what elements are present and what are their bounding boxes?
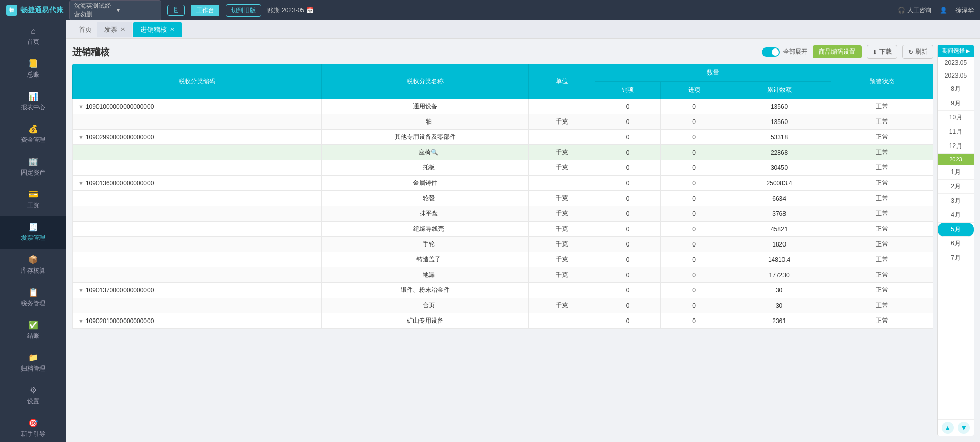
period-item[interactable]: 3月 — [938, 194, 974, 208]
sidebar-item-invoice[interactable]: 🧾 发票管理 — [0, 216, 66, 249]
tab-reconcile-close[interactable]: ✕ — [170, 26, 175, 33]
row-sales: 0 — [595, 160, 661, 176]
period-item[interactable]: 1月 — [938, 165, 974, 180]
period-panel-arrow: ▶ — [966, 47, 970, 54]
download-btn[interactable]: ⬇ 下载 — [867, 45, 897, 59]
download-label: 下载 — [879, 47, 892, 56]
page-title: 进销稽核 — [72, 46, 109, 58]
row-purchase: 0 — [661, 206, 727, 222]
sidebar-item-settle[interactable]: ✅ 结账 — [0, 314, 66, 347]
product-code-setting-btn[interactable]: 商品编码设置 — [813, 45, 862, 58]
period-item[interactable]: 5月 — [938, 223, 974, 237]
sidebar-item-guide[interactable]: 🎯 新手引导 — [0, 412, 66, 442]
period-down-btn[interactable]: ▼ — [958, 422, 970, 434]
row-sales: 0 — [595, 114, 661, 130]
sidebar-item-archive[interactable]: 📁 归档管理 — [0, 347, 66, 379]
tab-invoice-close[interactable]: ✕ — [120, 26, 125, 33]
row-unit: 千克 — [529, 145, 595, 160]
sidebar-item-assets[interactable]: 🏢 固定资产 — [0, 151, 66, 183]
expand-toggle-wrap: 全部展开 — [762, 47, 807, 57]
sidebar-label-settle: 结账 — [27, 332, 39, 340]
th-total: 累计数额 — [727, 82, 831, 99]
period-item[interactable]: 2月 — [938, 180, 974, 194]
workspace-btn[interactable]: 工作台 — [191, 5, 219, 16]
tax-icon: 📋 — [28, 287, 38, 297]
sidebar-item-salary[interactable]: 💳 工资 — [0, 183, 66, 216]
period-item[interactable]: 4月 — [938, 208, 974, 223]
calendar-icon[interactable]: 📅 — [306, 7, 314, 14]
period-item[interactable]: 2023.05 — [938, 57, 974, 69]
switch-version-btn[interactable]: 切到旧版 — [226, 4, 261, 17]
user-name: 徐泽华 — [955, 6, 974, 15]
period-item[interactable]: 9月 — [938, 96, 974, 111]
archive-nav-icon: 📁 — [28, 353, 38, 362]
table-row — [73, 267, 322, 283]
content-area: 首页 发票 ✕ 进销稽核 ✕ 进销稽核 全部展开 — [66, 20, 980, 442]
period-item[interactable]: 2023.05 — [938, 69, 974, 82]
company-name: 沈海英测试经营勿删 — [74, 2, 114, 19]
company-selector[interactable]: 沈海英测试经营勿删 ▾ — [69, 0, 161, 20]
period-panel-header[interactable]: 期间选择 ▶ — [938, 45, 974, 57]
sidebar-item-report[interactable]: 📊 报表中心 — [0, 85, 66, 118]
refresh-icon: ↻ — [908, 48, 913, 56]
expand-toggle[interactable] — [762, 47, 780, 57]
row-total: 53318 — [727, 130, 831, 145]
row-sales: 0 — [595, 191, 661, 206]
row-total: 177230 — [727, 267, 831, 283]
row-purchase: 0 — [661, 145, 727, 160]
tab-reconcile[interactable]: 进销稽核 ✕ — [133, 22, 182, 37]
sidebar-item-capital[interactable]: 💰 资金管理 — [0, 118, 66, 151]
period-item[interactable]: 2023 — [938, 154, 974, 165]
th-unit: 单位 — [529, 64, 595, 99]
table-row — [73, 252, 322, 267]
row-sales: 0 — [595, 252, 661, 267]
period-item[interactable]: 7月 — [938, 251, 974, 265]
refresh-btn[interactable]: ↻ 刷新 — [902, 45, 933, 59]
collapse-icon[interactable]: ▼ — [78, 318, 84, 324]
row-total: 1820 — [727, 237, 831, 252]
sidebar-item-settings[interactable]: ⚙ 设置 — [0, 379, 66, 412]
row-status: 正常 — [831, 145, 933, 160]
collapse-icon[interactable]: ▼ — [78, 180, 84, 186]
collapse-icon[interactable]: ▼ — [78, 134, 84, 140]
sidebar-item-home[interactable]: ⌂ 首页 — [0, 20, 66, 53]
company-dropdown-icon[interactable]: ▾ — [117, 7, 157, 14]
collapse-icon[interactable]: ▼ — [78, 104, 84, 110]
sidebar-item-ledger[interactable]: 📒 总账 — [0, 53, 66, 85]
row-unit — [529, 99, 595, 114]
top-bar-right: 🎧 人工咨询 👤 徐泽华 — [898, 6, 974, 15]
sidebar-label-inventory: 库存核算 — [21, 266, 45, 275]
sidebar-label-tax: 税务管理 — [21, 299, 45, 308]
tab-home[interactable]: 首页 — [75, 22, 96, 37]
row-name: 金属铸件 — [322, 176, 529, 191]
row-purchase: 0 — [661, 298, 727, 313]
sidebar-item-inventory[interactable]: 📦 库存核算 — [0, 249, 66, 281]
row-purchase: 0 — [661, 283, 727, 298]
collapse-icon[interactable]: ▼ — [78, 287, 84, 293]
archive-btn[interactable]: 🗄 — [167, 5, 185, 16]
row-total: 30450 — [727, 160, 831, 176]
period-item[interactable]: 10月 — [938, 111, 974, 125]
row-sales: 0 — [595, 222, 661, 237]
row-purchase: 0 — [661, 313, 727, 329]
row-name: 通用设备 — [322, 99, 529, 114]
row-unit — [529, 283, 595, 298]
period-item[interactable]: 11月 — [938, 125, 974, 139]
row-unit: 千克 — [529, 298, 595, 313]
period-item[interactable]: 12月 — [938, 139, 974, 154]
table-row — [73, 222, 322, 237]
tab-reconcile-label: 进销稽核 — [140, 25, 167, 34]
tab-invoice[interactable]: 发票 ✕ — [97, 22, 132, 37]
support-link[interactable]: 🎧 人工咨询 — [898, 6, 932, 15]
row-unit: 千克 — [529, 222, 595, 237]
period-item[interactable]: 6月 — [938, 237, 974, 251]
row-sales: 0 — [595, 145, 661, 160]
sidebar-item-tax[interactable]: 📋 税务管理 — [0, 281, 66, 314]
search-icon[interactable]: 🔍 — [431, 149, 438, 156]
row-total: 250083.4 — [727, 176, 831, 191]
row-status: 正常 — [831, 298, 933, 313]
row-name: 矿山专用设备 — [322, 313, 529, 329]
table-row — [73, 206, 322, 222]
period-up-btn[interactable]: ▲ — [942, 422, 954, 434]
period-item[interactable]: 8月 — [938, 82, 974, 96]
